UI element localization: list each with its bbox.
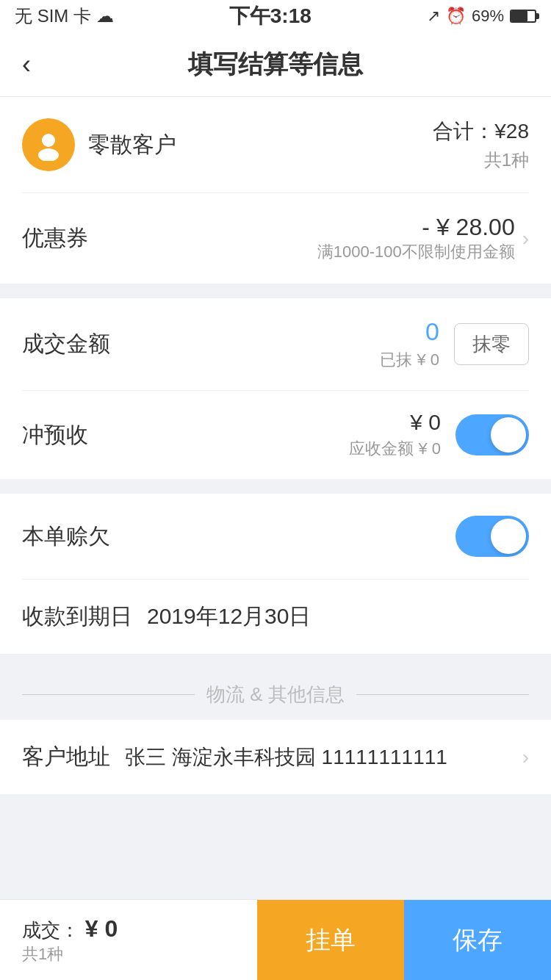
address-section: 客户地址 张三 海淀永丰科技园 11111111111 › (0, 720, 551, 794)
battery-icon (510, 10, 536, 23)
alarm-icon: ⏰ (446, 7, 466, 26)
line-left (22, 694, 195, 695)
bottom-bar: 成交： ¥ 0 共1种 挂单 保存 (0, 899, 551, 980)
transaction-value-group: 0 已抹 ¥ 0 (380, 317, 439, 371)
customer-info: 零散客户 (22, 118, 176, 171)
prepayment-right: ¥ 0 应收金额 ¥ 0 (349, 410, 529, 460)
status-right: ↗ ⏰ 69% (427, 7, 536, 26)
logistics-header: 物流 & 其他信息 (0, 669, 551, 720)
avatar (22, 118, 75, 171)
signal-text: 无 SIM 卡 ☁ (15, 4, 114, 28)
round-off-button[interactable]: 抹零 (454, 323, 529, 365)
bottom-summary: 成交： ¥ 0 共1种 (0, 915, 257, 965)
status-left: 无 SIM 卡 ☁ (15, 4, 114, 28)
coupon-label: 优惠券 (22, 223, 88, 253)
summary-label: 成交： (22, 919, 79, 941)
line-right (356, 694, 529, 695)
summary-line: 成交： ¥ 0 (22, 915, 235, 943)
back-button[interactable]: ‹ (22, 42, 46, 87)
due-date-value: 2019年12月30日 (147, 602, 311, 632)
svg-point-1 (38, 148, 59, 161)
save-button[interactable]: 保存 (404, 900, 551, 981)
debt-toggle-knob (491, 519, 526, 554)
prepayment-row: 冲预收 ¥ 0 应收金额 ¥ 0 (22, 391, 529, 479)
transaction-amount-row: 成交金额 0 已抹 ¥ 0 抹零 (22, 298, 529, 391)
address-row[interactable]: 客户地址 张三 海淀永丰科技园 11111111111 › (22, 720, 529, 794)
round-off-text: 已抹 ¥ 0 (380, 349, 439, 371)
coupon-right: - ¥ 28.00 满1000-100不限制使用金额 › (317, 214, 529, 263)
debt-section: 本单赊欠 收款到期日 2019年12月30日 (0, 494, 551, 654)
coupon-row[interactable]: 优惠券 - ¥ 28.00 满1000-100不限制使用金额 › (22, 193, 529, 284)
status-bar: 无 SIM 卡 ☁ 下午3:18 ↗ ⏰ 69% (0, 0, 551, 32)
total-count: 共1种 (433, 148, 529, 172)
prepayment-subtext: 应收金额 ¥ 0 (349, 438, 441, 460)
transaction-section: 成交金额 0 已抹 ¥ 0 抹零 冲预收 ¥ 0 应收金额 ¥ 0 (0, 298, 551, 479)
due-date-row: 收款到期日 2019年12月30日 (22, 579, 529, 654)
customer-row: 零散客户 合计：¥28 共1种 (22, 97, 529, 193)
debt-label: 本单赊欠 (22, 522, 110, 552)
summary-amount: ¥ 0 (85, 915, 118, 942)
customer-total: 合计：¥28 共1种 (433, 118, 529, 172)
coupon-description: 满1000-100不限制使用金额 (317, 241, 515, 263)
prepayment-amount: ¥ 0 (349, 410, 441, 435)
prepayment-info: ¥ 0 应收金额 ¥ 0 (349, 410, 441, 460)
address-value: 张三 海淀永丰科技园 11111111111 (125, 743, 515, 771)
coupon-content: - ¥ 28.00 满1000-100不限制使用金额 (317, 214, 515, 263)
address-label: 客户地址 (22, 742, 125, 772)
due-date-label: 收款到期日 (22, 602, 132, 632)
battery-text: 69% (472, 7, 504, 26)
summary-count: 共1种 (22, 943, 235, 965)
divider-2 (0, 479, 551, 494)
logistics-line: 物流 & 其他信息 (0, 682, 551, 707)
transaction-value[interactable]: 0 (380, 317, 439, 346)
prepayment-toggle[interactable] (455, 414, 529, 455)
logistics-label: 物流 & 其他信息 (206, 682, 345, 707)
customer-name: 零散客户 (88, 130, 176, 160)
location-icon: ↗ (427, 7, 440, 26)
prepayment-label: 冲预收 (22, 420, 88, 450)
page-title: 填写结算等信息 (188, 48, 363, 82)
chevron-right-icon: › (522, 227, 529, 251)
divider-3 (0, 654, 551, 669)
debt-toggle[interactable] (455, 516, 529, 557)
nav-bar: ‹ 填写结算等信息 (0, 32, 551, 97)
status-time: 下午3:18 (229, 2, 311, 30)
total-amount: 合计：¥28 (433, 118, 529, 145)
customer-section: 零散客户 合计：¥28 共1种 优惠券 - ¥ 28.00 满1000-100不… (0, 97, 551, 284)
toggle-knob (491, 417, 526, 453)
divider-1 (0, 284, 551, 298)
hang-button[interactable]: 挂单 (257, 900, 404, 981)
debt-row: 本单赊欠 (22, 494, 529, 579)
address-chevron-icon: › (522, 746, 529, 769)
svg-point-0 (42, 134, 55, 147)
transaction-label: 成交金额 (22, 329, 110, 359)
transaction-right: 0 已抹 ¥ 0 抹零 (380, 317, 529, 371)
coupon-discount: - ¥ 28.00 (317, 214, 515, 241)
